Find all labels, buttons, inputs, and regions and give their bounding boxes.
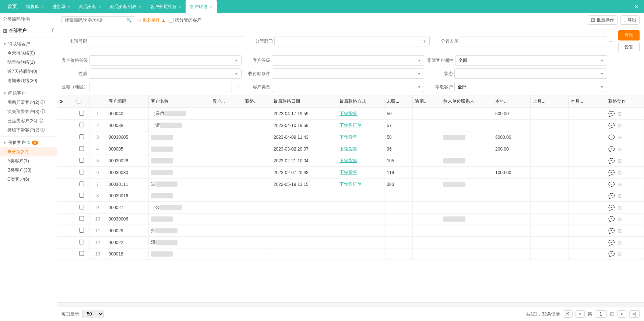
col-this-month[interactable]: 本月... <box>568 95 606 108</box>
filter-type-select[interactable]: ▼ <box>272 82 425 92</box>
grid-action-icon[interactable]: ⊞ <box>617 240 622 246</box>
filter-payment-select[interactable]: ▼ <box>272 68 425 79</box>
col-settings[interactable]: ⚙ <box>57 95 74 108</box>
filter-level-select[interactable]: ▼ <box>272 55 425 66</box>
cell-last-way[interactable]: 下销货单 <box>337 167 384 179</box>
message-icon[interactable]: 💬 <box>608 193 615 199</box>
col-category[interactable]: 客户... <box>210 95 243 108</box>
grid-action-icon[interactable]: ⊞ <box>617 228 622 234</box>
sidebar-item-churned[interactable]: 已流失客户(24) ⓘ <box>0 116 57 126</box>
select-all-checkbox[interactable] <box>77 99 81 103</box>
horizontal-scrollbar[interactable] <box>57 302 644 307</box>
cell-checkbox[interactable] <box>74 143 89 155</box>
grid-action-icon[interactable]: ⊞ <box>617 123 622 128</box>
cell-last-way[interactable]: 下销货单 <box>337 131 384 143</box>
col-this-year[interactable]: 本年... <box>493 95 531 108</box>
window-close-button[interactable]: × <box>632 3 641 10</box>
row-checkbox[interactable] <box>79 111 84 116</box>
row-checkbox[interactable] <box>79 158 84 163</box>
tab-sales[interactable]: 销售单 × <box>21 0 48 13</box>
filter-nature-select[interactable]: ▼ <box>89 68 242 79</box>
col-overdue[interactable]: 逾期... <box>413 95 441 108</box>
col-last-way[interactable]: 最后联络方式 <box>337 95 384 108</box>
tab-home[interactable]: 首页 <box>3 0 21 13</box>
filter-manager-more[interactable]: ··· <box>608 38 615 44</box>
message-icon[interactable]: 💬 <box>608 111 615 117</box>
tab-product-list[interactable]: 商品分析列表 × <box>106 0 145 13</box>
filter-phone-input[interactable] <box>89 36 244 46</box>
cell-checkbox[interactable] <box>74 155 89 167</box>
sidebar-item-7day-pending[interactable]: 近7天待联络(0) <box>0 67 57 76</box>
filter-dept-select[interactable]: ▼ <box>274 36 430 46</box>
row-checkbox[interactable] <box>79 228 84 233</box>
row-checkbox[interactable] <box>79 146 84 151</box>
sidebar-item-class-b[interactable]: B类客户(33) <box>0 166 57 175</box>
tab-purchase[interactable]: 进货单 × <box>48 0 74 13</box>
col-company-contact[interactable]: 往来单位联系人 <box>441 95 493 108</box>
filter-search-input[interactable] <box>65 18 126 23</box>
cell-checkbox[interactable] <box>74 120 89 131</box>
sidebar-item-ungroup[interactable]: 未分组(32) <box>0 147 57 156</box>
cell-last-way[interactable]: 下销货单 <box>337 108 384 120</box>
tab-customer-segment[interactable]: 客户分层经营 × <box>146 0 186 13</box>
message-icon[interactable]: 💬 <box>608 158 615 164</box>
batch-op-button[interactable]: ☑ 批量操作 <box>588 15 617 25</box>
grid-action-icon[interactable]: ⊞ <box>617 193 622 199</box>
filter-search-icon[interactable]: 🔍 <box>126 18 132 23</box>
close-tab-product-list[interactable]: × <box>139 4 141 9</box>
col-name[interactable]: 客户名称 <box>148 95 210 108</box>
last-way-link[interactable]: 下销货单 <box>339 146 357 151</box>
query-button[interactable]: 查询 <box>618 30 640 40</box>
last-way-link[interactable]: 下销售订单 <box>339 123 362 128</box>
cell-checkbox[interactable] <box>74 202 89 214</box>
last-way-link[interactable]: 下销货单 <box>339 111 357 116</box>
filter-region-select[interactable] <box>89 82 232 92</box>
first-page-button[interactable]: K <box>563 310 573 318</box>
cell-checkbox[interactable] <box>74 225 89 237</box>
grid-action-icon[interactable]: ⊞ <box>617 251 622 257</box>
cell-checkbox[interactable] <box>74 248 89 260</box>
message-icon[interactable]: 💬 <box>608 134 615 140</box>
sidebar-item-class-a[interactable]: A类客户(1) <box>0 156 57 166</box>
refresh-icon[interactable]: ↻ <box>27 140 31 145</box>
message-icon[interactable]: 💬 <box>608 240 615 246</box>
col-contact[interactable]: 联络... <box>243 95 271 108</box>
row-checkbox[interactable] <box>79 134 84 139</box>
close-tab-purchase[interactable]: × <box>68 4 70 9</box>
sidebar-item-declining[interactable]: 持续下滑客户(2) ⓘ <box>0 126 57 135</box>
tab-customer-contact[interactable]: 客户联络 × <box>186 0 217 13</box>
last-way-link[interactable]: 下销售订单 <box>339 181 362 187</box>
cell-checkbox[interactable] <box>74 108 89 120</box>
cell-checkbox[interactable] <box>74 167 89 179</box>
export-button[interactable]: ↓ 导出 <box>620 15 640 25</box>
message-icon[interactable]: 💬 <box>608 205 615 211</box>
reset-button[interactable]: 设置 <box>618 42 640 52</box>
sidebar-item-abnormal[interactable]: 囤购异常客户(2) ⓘ <box>0 98 57 107</box>
grid-action-icon[interactable]: ⊞ <box>617 134 622 140</box>
sidebar-item-churn-warning[interactable]: 流失预警客户(3) ⓘ <box>0 107 57 116</box>
last-way-link[interactable]: 下销货单 <box>339 158 357 163</box>
sidebar-item-overdue-pending[interactable]: 逾期未联络(30) <box>0 76 57 85</box>
filter-retail-select[interactable]: 全部▼ <box>454 82 607 92</box>
col-code[interactable]: 客户编码 <box>106 95 148 108</box>
sidebar-group-problem[interactable]: ▼ 问题客户 <box>0 89 57 98</box>
row-checkbox[interactable] <box>79 251 84 256</box>
next-page-button[interactable]: > <box>617 310 626 318</box>
row-checkbox[interactable] <box>79 193 84 198</box>
page-size-select[interactable]: 50 100 200 <box>82 310 104 318</box>
row-checkbox[interactable] <box>79 205 84 209</box>
cell-checkbox[interactable] <box>74 190 89 202</box>
grid-action-icon[interactable]: ⊞ <box>617 146 622 152</box>
cell-last-way[interactable]: 下销货单 <box>337 155 384 167</box>
close-tab-customer-segment[interactable]: × <box>179 4 181 9</box>
cell-last-way[interactable]: 下销售订单 <box>337 120 384 131</box>
prev-page-button[interactable]: < <box>576 310 585 318</box>
my-customers-checkbox[interactable] <box>169 18 173 22</box>
filter-price-select[interactable]: ▼ <box>89 55 242 66</box>
row-checkbox[interactable] <box>79 123 84 127</box>
filter-more-conditions[interactable]: ▽ 更多条件 ▲ <box>138 17 166 23</box>
grid-action-icon[interactable]: ⊞ <box>617 111 622 117</box>
row-checkbox[interactable] <box>79 181 84 186</box>
cell-checkbox[interactable] <box>74 214 89 225</box>
sidebar-search-input[interactable] <box>3 17 57 22</box>
